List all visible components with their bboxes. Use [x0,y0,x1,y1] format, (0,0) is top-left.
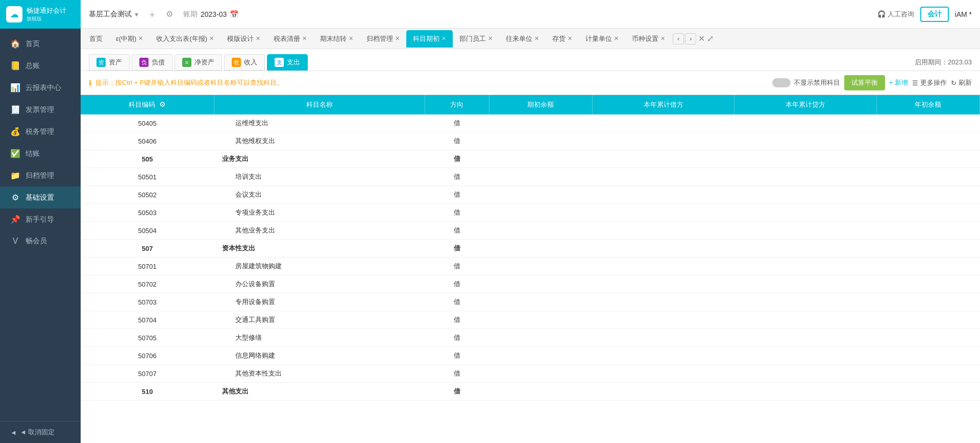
table-row[interactable]: 50703 专用设备购置 借 [81,293,980,311]
cell-name: 大型修缮 [214,329,425,347]
sub-tab-expense[interactable]: 支 支出 [267,54,308,71]
sidebar-item-home[interactable]: 🏠 首页 [0,33,81,55]
table-row[interactable]: 507 资本性支出 借 [81,240,980,258]
table-row[interactable]: 50701 房屋建筑物购建 借 [81,258,980,275]
tab-archive[interactable]: 归档管理 ✕ [360,30,406,48]
cell-code: 50706 [81,347,214,365]
tab-subject-init-close[interactable]: ✕ [442,35,446,42]
tab-home[interactable]: 首页 [83,30,109,48]
tab-income-report-close[interactable]: ✕ [209,35,214,42]
tab-tax-form-close[interactable]: ✕ [302,35,307,42]
tab-income-report[interactable]: 收入支出表(年报) ✕ [150,30,220,48]
tab-inventory[interactable]: 存货 ✕ [546,30,579,48]
sub-tab-net-asset[interactable]: ≡ 净资产 [175,54,222,71]
calendar-icon[interactable]: 📅 [230,10,238,18]
sidebar-item-checkout[interactable]: ✅ 结账 [0,143,81,165]
tab-template-close[interactable]: ✕ [256,35,260,42]
table-row[interactable]: 505 业务支出 借 [81,150,980,168]
sidebar-item-archive[interactable]: 📁 归档管理 [0,165,81,186]
col-header-year-balance: 年初余额 [876,95,979,114]
cell-code: 50504 [81,222,214,240]
toolbar-tip: 提示：按Ctrl + F键并输入科目编码或者科目名称可以查找科目。 [95,78,283,87]
tab-dept-close[interactable]: ✕ [488,35,493,42]
table-row[interactable]: 50503 专项业务支出 借 [81,204,980,222]
table-row[interactable]: 50406 其他维权支出 借 [81,132,980,150]
tab-tax-form[interactable]: 税表清册 ✕ [267,30,313,48]
table-row[interactable]: 50502 会议支出 借 [81,186,980,204]
close-all-tabs-button[interactable]: ✕ [698,34,705,43]
add-tab-button[interactable]: ＋ [144,7,160,21]
table-row[interactable]: 50702 办公设备购置 借 [81,275,980,293]
cell-ytd-debit [593,365,734,383]
cell-year-balance [876,311,979,329]
cell-code: 50503 [81,204,214,222]
sidebar-label-guide: 新手引导 [26,215,54,224]
cell-direction: 借 [425,204,489,222]
more-button[interactable]: ☰ 更多操作 [912,78,947,87]
sidebar-item-settings[interactable]: ⚙ 基础设置 [0,186,81,208]
tab-archive-close[interactable]: ✕ [395,35,400,42]
tab-subject-init-label: 科目期初 [413,34,439,43]
cell-ytd-debit [593,168,734,186]
cell-year-balance [876,293,979,311]
tab-mid-close[interactable]: ✕ [138,35,143,42]
tab-subject-init[interactable]: 科目期初 ✕ [406,30,453,48]
main-area: 基层工会测试 ▾ ＋ ⚙ 账期 2023-03 📅 🎧 人工咨询 会计 iAM … [81,0,980,443]
tab-archive-label: 归档管理 [366,34,393,43]
more-label: 更多操作 [920,78,947,87]
table-row[interactable]: 510 其他支出 借 [81,383,980,401]
table-row[interactable]: 50501 培训支出 借 [81,168,980,186]
table-row[interactable]: 50707 其他资本性支出 借 [81,365,980,383]
tab-mid[interactable]: ε(中期) ✕ [109,30,150,48]
cell-period-balance [489,150,592,168]
expand-button[interactable]: ⤢ [707,34,714,43]
table-row[interactable]: 50504 其他业务支出 借 [81,222,980,240]
dropdown-arrow-icon[interactable]: ▾ [135,10,138,18]
tab-currency[interactable]: 币种设置 ✕ [625,30,672,48]
kuaiji-button[interactable]: 会计 [920,7,949,22]
sub-tab-income[interactable]: 收 收入 [224,54,265,71]
tab-inventory-close[interactable]: ✕ [568,35,572,42]
tab-template[interactable]: 模版设计 ✕ [220,30,267,48]
tab-period-end[interactable]: 期末结转 ✕ [313,30,360,48]
sub-tab-debt[interactable]: 负 负债 [132,54,173,71]
column-settings-icon[interactable]: ⚙ [159,100,166,108]
tab-customers-close[interactable]: ✕ [534,35,539,42]
table-row[interactable]: 50706 信息网络购建 借 [81,347,980,365]
period-label: 账期 [183,10,198,19]
subjects-table: 科目编码 ⚙ 科目名称 方向 期初余额 本年累计借方 本年累计贷方 年初余额 5… [81,95,980,401]
period-info: 账期 2023-03 📅 [183,10,238,19]
collapse-sidebar-button[interactable]: ◄ ◄ 取消固定 [0,421,81,443]
support-button[interactable]: 🎧 人工咨询 [877,10,914,19]
settings-gear-icon[interactable]: ⚙ [166,9,173,19]
sidebar-item-guide[interactable]: 📌 新手引导 [0,208,81,230]
balance-button[interactable]: 试算平衡 [844,75,885,90]
cell-code: 50704 [81,311,214,329]
sidebar-item-tax[interactable]: 💰 税务管理 [0,121,81,143]
refresh-button[interactable]: ↻ 刷新 [951,78,972,87]
tab-currency-label: 币种设置 [632,34,658,43]
sidebar-item-reports[interactable]: 📊 云报表中心 [0,77,81,99]
tab-unit-close[interactable]: ✕ [614,35,619,42]
tab-currency-close[interactable]: ✕ [660,35,665,42]
sub-tab-asset[interactable]: 资 资产 [89,54,130,71]
table-row[interactable]: 50405 运维维支出 借 [81,114,980,132]
cell-code: 50501 [81,168,214,186]
sidebar-item-ledger[interactable]: 📒 总账 [0,55,81,77]
app-name: 畅捷通好会计 [27,6,66,15]
cell-period-balance [489,240,592,258]
sidebar-item-member[interactable]: V 畅会员 [0,230,81,252]
tab-period-end-close[interactable]: ✕ [349,35,353,42]
cell-name: 交通工具购置 [214,311,425,329]
tab-unit[interactable]: 计量单位 ✕ [579,30,625,48]
tab-next-button[interactable]: › [685,33,696,44]
add-button[interactable]: + 新增 [889,78,908,87]
tab-dept[interactable]: 部门员工 ✕ [453,30,499,48]
sidebar-item-invoice[interactable]: 🧾 发票管理 [0,99,81,121]
user-menu[interactable]: iAM * [955,10,972,18]
tab-customers[interactable]: 往来单位 ✕ [499,30,546,48]
table-row[interactable]: 50704 交通工具购置 借 [81,311,980,329]
toggle-disabled-switch[interactable] [772,78,791,87]
table-row[interactable]: 50705 大型修缮 借 [81,329,980,347]
tab-prev-button[interactable]: ‹ [673,33,684,44]
